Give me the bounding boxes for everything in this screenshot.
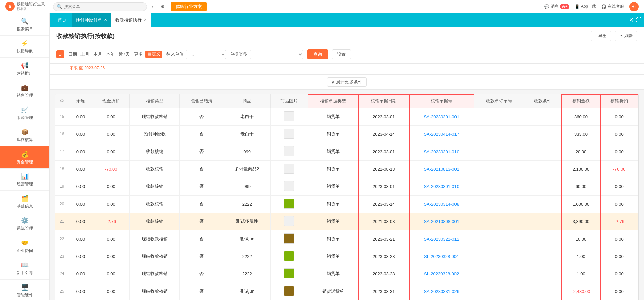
cell-condition: [524, 213, 561, 230]
cell-num: 20: [55, 195, 69, 213]
sidebar-item-sales[interactable]: 💼 销售管理: [0, 80, 49, 102]
hardware-icon: 🖥️: [21, 284, 29, 291]
sidebar-item-nav[interactable]: ⚡ 快捷导航: [0, 36, 49, 58]
date-opt-last-month[interactable]: 上月: [79, 51, 91, 58]
table-header-row: ⚙ 余额 现金折扣 核销类型 包含已结清 商品 商品图片 核销单据类型 核销单据…: [55, 94, 638, 108]
th-bill-no: 核销单据号: [409, 94, 474, 108]
date-range-display: 不限 至 2023-07-26: [70, 66, 105, 70]
cell-bill-no[interactable]: SA-20230321-012: [409, 230, 474, 248]
tab-writeoff[interactable]: 收款核销执行 ✕: [111, 13, 151, 27]
cell-settled: 否: [180, 265, 223, 283]
tab-home[interactable]: 首页: [52, 13, 72, 27]
sales-icon: 💼: [21, 84, 29, 91]
cell-order-no: [474, 195, 524, 213]
date-opt-this-month[interactable]: 本月: [92, 51, 103, 58]
cell-bill-type: 销货单: [308, 195, 359, 213]
cell-settled: 否: [180, 143, 223, 160]
notice-btn[interactable]: 💬 消息 99+: [544, 4, 569, 9]
export-btn[interactable]: ↑ 导出: [591, 31, 612, 41]
settings-icon[interactable]: ⚙: [158, 2, 167, 11]
party-select[interactable]: ...: [186, 50, 226, 59]
tab-prepaid[interactable]: 预付冲应付单 ✕: [72, 13, 111, 27]
cell-bill-type: 销货退货单: [308, 283, 359, 300]
cell-bill-date: 2021-08-13: [359, 160, 409, 178]
refresh-btn[interactable]: ↺ 刷新: [615, 31, 637, 41]
cell-bill-no[interactable]: SL-20230328-002: [409, 265, 474, 283]
sidebar-item-hardware[interactable]: 🖥️ 智能硬件: [0, 280, 49, 300]
industry-btn[interactable]: 体验行业方案: [171, 2, 207, 11]
cell-goods-img: [271, 213, 308, 230]
settings-btn[interactable]: 设置: [332, 49, 351, 59]
cell-bill-no[interactable]: SA-20230314-008: [409, 195, 474, 213]
sidebar-item-guide[interactable]: 📖 新手引导: [0, 257, 49, 280]
cell-goods-img: [271, 125, 308, 143]
cell-condition: [524, 265, 561, 283]
cell-bill-type: 销货单: [308, 143, 359, 160]
cell-bill-no[interactable]: SA-20210808-001: [409, 213, 474, 230]
sidebar-item-inventory[interactable]: 📦 库存核算: [0, 124, 49, 146]
search-input[interactable]: [64, 4, 143, 9]
sidebar-item-marketing[interactable]: 📢 营销推广: [0, 58, 49, 80]
sidebar-item-purchase[interactable]: 🛒 采购管理: [0, 102, 49, 124]
bill-type-select[interactable]: [250, 50, 303, 59]
sidebar: 🔍 搜索菜单 ⚡ 快捷导航 📢 营销推广 💼 销售管理 🛒 采购管理 📦 库存核…: [0, 13, 50, 300]
sidebar-item-search[interactable]: 🔍 搜索菜单: [0, 13, 49, 36]
app-download-btn[interactable]: 📱 App下载: [575, 4, 596, 9]
cell-goods: 老白干: [223, 125, 271, 143]
finance-icon: 💰: [21, 151, 29, 158]
cell-bill-no[interactable]: SA-20230301-001: [409, 108, 474, 125]
cell-goods-img: [271, 108, 308, 125]
cell-settled: 否: [180, 213, 223, 230]
date-opt-7days[interactable]: 近7天: [117, 51, 131, 58]
sidebar-item-basic-info[interactable]: 🗂️ 基础信息: [0, 191, 49, 213]
logo-text: 畅捷通谱好生意 标准版: [17, 2, 45, 11]
table-row: 20 0.00 0.00 收款核销 否 2222 销货单 2023-03-14 …: [55, 195, 638, 213]
cell-balance: 0.00: [69, 230, 93, 248]
th-gear[interactable]: ⚙: [55, 94, 69, 108]
tab-bar-actions: ✕ ⛶: [629, 17, 641, 23]
cell-wd: 0.00: [600, 108, 638, 125]
search-bar[interactable]: 🔍: [53, 2, 147, 11]
cell-goods: 2222: [223, 265, 271, 283]
query-btn[interactable]: 查询: [307, 49, 328, 59]
sidebar-item-collaboration[interactable]: 🤝 企业协同: [0, 235, 49, 257]
date-opt-custom[interactable]: 自定义: [145, 51, 162, 58]
cell-settled: 否: [180, 160, 223, 178]
cell-discount: 0.00: [93, 230, 129, 248]
cell-bill-no[interactable]: SA-20230301-010: [409, 178, 474, 195]
search-dropdown-arrow[interactable]: ▼: [151, 5, 154, 8]
cell-balance: 0.00: [69, 178, 93, 195]
cell-amount: 10.00: [561, 230, 600, 248]
tab-close-all-btn[interactable]: ✕: [629, 17, 633, 23]
expand-more-btn[interactable]: ∨ 展开更多条件: [327, 77, 367, 87]
online-service-btn[interactable]: 🎧 在线客服: [601, 4, 624, 9]
tab-prepaid-close[interactable]: ✕: [104, 18, 107, 22]
cell-balance: 0.00: [69, 125, 93, 143]
cell-goods-img: [271, 283, 308, 300]
tab-writeoff-close[interactable]: ✕: [144, 18, 147, 22]
cell-bill-no[interactable]: SA-20230331-026: [409, 283, 474, 300]
sidebar-item-finance[interactable]: 💰 资金管理: [0, 146, 49, 169]
cell-balance: 0.00: [69, 248, 93, 265]
cell-bill-date: 2023-03-01: [359, 143, 409, 160]
cell-bill-no[interactable]: SA-20230301-010: [409, 143, 474, 160]
top-actions: 💬 消息 99+ 📱 App下载 🎧 在线客服 Rit: [544, 2, 639, 11]
cell-balance: 0.00: [69, 143, 93, 160]
cell-order-no: [474, 213, 524, 230]
sidebar-item-system[interactable]: ⚙️ 系统管理: [0, 213, 49, 235]
cell-bill-no[interactable]: SL-20230328-001: [409, 248, 474, 265]
cell-goods: 测试多属性: [223, 213, 271, 230]
user-avatar[interactable]: Rit: [629, 2, 639, 11]
cell-bill-no[interactable]: SA-20230414-017: [409, 125, 474, 143]
cell-bill-no[interactable]: SA-20210813-001: [409, 160, 474, 178]
tab-expand-btn[interactable]: ⛶: [636, 17, 641, 23]
cell-discount: -2.76: [93, 213, 129, 230]
table-row: 16 0.00 0.00 预付冲应收 否 老白干 销货单 2023-04-14 …: [55, 125, 638, 143]
sidebar-item-operations[interactable]: 📊 经营管理: [0, 169, 49, 191]
cell-wd: 0.00: [600, 195, 638, 213]
date-opt-this-year[interactable]: 本年: [105, 51, 116, 58]
cell-discount: 0.00: [93, 108, 129, 125]
filter-toggle-btn[interactable]: »: [56, 50, 64, 58]
date-range-row: 不限 至 2023-07-26: [50, 64, 644, 75]
date-opt-more[interactable]: 更多: [132, 51, 144, 58]
